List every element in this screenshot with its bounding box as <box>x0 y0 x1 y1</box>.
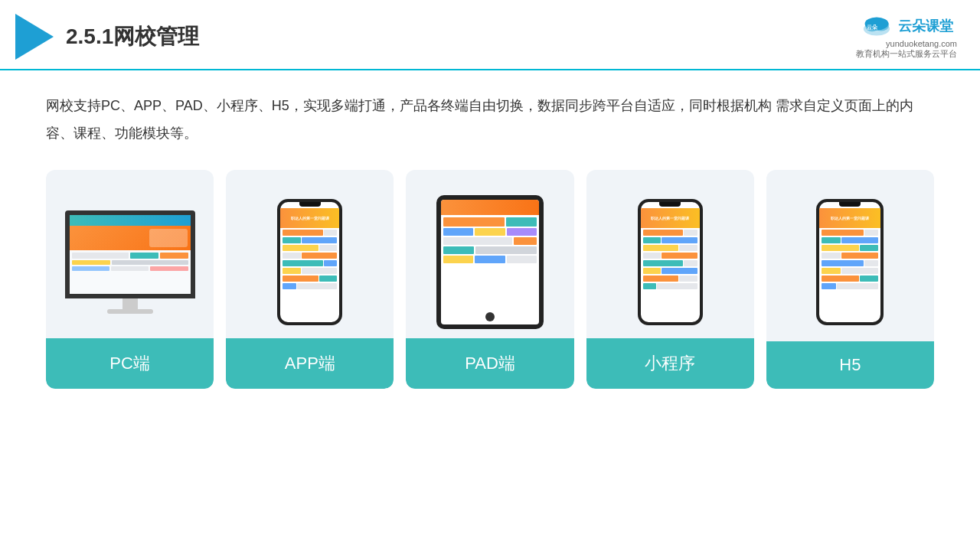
app-screen-header: 职达人的第一堂问题课 <box>280 208 339 228</box>
tablet-mockup <box>436 195 544 329</box>
h5-label: H5 <box>766 341 934 389</box>
cards-row: PC端 职达人的第一堂问题课 <box>46 170 934 389</box>
mini-screen-header: 职达人的第一堂问题课 <box>641 208 700 228</box>
app-image-area: 职达人的第一堂问题课 <box>226 185 394 338</box>
h5-image-area: 职达人的第一堂问题课 <box>766 185 934 338</box>
pc-card: PC端 <box>46 170 214 389</box>
phone-screen-mini: 职达人的第一堂问题课 <box>641 202 700 322</box>
tablet-home-button <box>485 312 495 321</box>
phone-body-app: 职达人的第一堂问题课 <box>277 199 342 325</box>
logo-triangle-icon <box>15 14 54 60</box>
phone-screen-h5: 职达人的第一堂问题课 <box>819 202 880 322</box>
phone-notch-app <box>299 202 321 207</box>
screen-deco-mini: 职达人的第一堂问题课 <box>641 208 700 322</box>
app-card: 职达人的第一堂问题课 <box>226 170 394 389</box>
main-content: 网校支持PC、APP、PAD、小程序、H5，实现多端打通，产品各终端自由切换，数… <box>0 70 980 389</box>
miniprogram-image-area: 职达人的第一堂问题课 <box>586 185 754 338</box>
pad-card: PAD端 <box>406 170 573 389</box>
phone-mockup-app: 职达人的第一堂问题课 <box>277 199 342 325</box>
header-left: 2.5.1网校管理 <box>15 14 199 60</box>
pad-label: PAD端 <box>406 338 573 389</box>
phone-notch-h5 <box>839 202 861 207</box>
monitor-screen <box>65 210 195 298</box>
h5-screen-body <box>819 228 880 292</box>
monitor-stand <box>122 298 138 309</box>
brand-subtitle: yunduoketang.com 教育机构一站式服务云平台 <box>856 39 957 60</box>
phone-notch-mini <box>659 202 681 207</box>
tablet-screen <box>441 200 539 324</box>
mini-screen-body <box>641 228 700 292</box>
miniprogram-label: 小程序 <box>586 338 754 389</box>
header-right: 云朵 云朵课堂 yunduoketang.com 教育机构一站式服务云平台 <box>856 15 957 60</box>
miniprogram-card: 职达人的第一堂问题课 <box>586 170 754 389</box>
pc-image-area <box>46 185 214 338</box>
phone-body-mini: 职达人的第一堂问题课 <box>638 199 703 325</box>
brand-name: 云朵课堂 <box>898 17 953 35</box>
page-header: 2.5.1网校管理 云朵 云朵课堂 yunduoketang.com 教育机构一… <box>0 0 980 70</box>
phone-body-h5: 职达人的第一堂问题课 <box>816 199 884 325</box>
phone-mockup-h5: 职达人的第一堂问题课 <box>816 199 884 325</box>
page-title: 2.5.1网校管理 <box>66 22 199 51</box>
phone-mockup-mini: 职达人的第一堂问题课 <box>638 199 703 325</box>
screen-deco-h5: 职达人的第一堂问题课 <box>819 208 880 322</box>
h5-card: 职达人的第一堂问题课 <box>766 170 934 389</box>
app-screen-body <box>280 228 339 292</box>
tablet-body <box>436 195 544 329</box>
app-label: APP端 <box>226 338 394 389</box>
svg-text:云朵: 云朵 <box>867 24 878 29</box>
description-text: 网校支持PC、APP、PAD、小程序、H5，实现多端打通，产品各终端自由切换，数… <box>46 92 934 147</box>
screen-deco-app: 职达人的第一堂问题课 <box>280 208 339 322</box>
monitor-base <box>107 309 153 314</box>
cloud-logo: 云朵 云朵课堂 <box>860 15 953 37</box>
monitor-mockup <box>65 210 195 314</box>
phone-screen-app: 职达人的第一堂问题课 <box>280 202 339 322</box>
pad-image-area <box>406 185 573 338</box>
cloud-icon: 云朵 <box>860 15 893 37</box>
h5-screen-header: 职达人的第一堂问题课 <box>819 208 880 228</box>
pc-label: PC端 <box>46 338 214 389</box>
